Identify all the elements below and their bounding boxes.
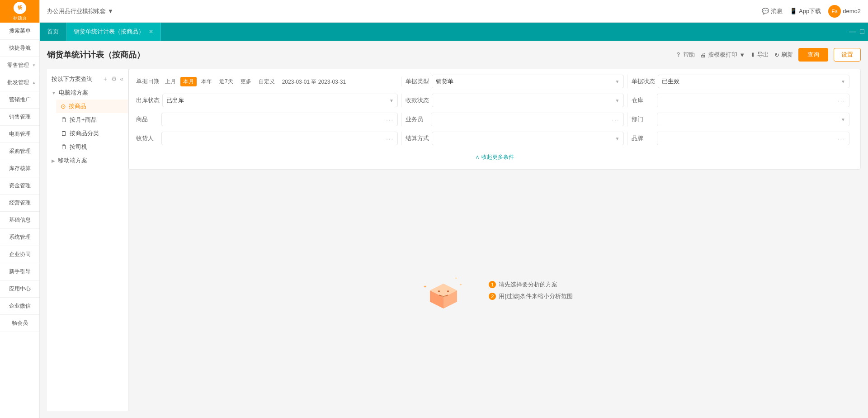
page-title: 销货单统计计表（按商品）	[47, 49, 145, 60]
tab-home[interactable]: 首页	[40, 23, 66, 41]
svg-text:✦: ✦	[423, 284, 427, 289]
doc-status-select[interactable]: 已生效 ▼	[658, 75, 850, 88]
goods-dots-icon[interactable]: ···	[386, 116, 394, 123]
tab-close-icon[interactable]: ✕	[149, 28, 153, 35]
date-tab-this-year[interactable]: 本年	[198, 77, 215, 86]
driver-icon: 🗒	[61, 143, 67, 151]
user-avatar-btn[interactable]: Ea demo2	[828, 5, 861, 18]
doc-type-dropdown-icon: ▼	[615, 79, 620, 84]
goods-label: 商品	[136, 115, 159, 124]
doc-type-select[interactable]: 销货单 ▼	[432, 75, 624, 88]
sidebar-item-system[interactable]: 系统管理	[0, 229, 39, 246]
date-tabs: 上月 本月 本年 近7天 更多 自定义	[162, 77, 278, 86]
tree-group-desktop[interactable]: ▼ 电脑端方案	[47, 86, 128, 100]
industry-dropdown[interactable]: 办公用品行业模拟账套 ▼	[47, 7, 113, 15]
warehouse-dots-icon[interactable]: ···	[838, 97, 845, 104]
dept-select[interactable]: ▼	[657, 113, 850, 126]
goods-select[interactable]: ···	[161, 113, 398, 126]
salesman-dots-icon[interactable]: ···	[612, 116, 620, 123]
receiver-select[interactable]: ···	[161, 132, 398, 145]
filter-cell-out-status: 出库状态 已出库 ▼	[136, 94, 402, 107]
retail-triangle-icon: ▼	[32, 63, 36, 67]
tree-item-by-month-goods[interactable]: 🗒 按月+商品	[56, 113, 128, 127]
receiver-dots-icon[interactable]: ···	[386, 135, 394, 142]
collapse-panel-icon[interactable]: «	[120, 75, 123, 83]
tree-group-mobile[interactable]: ▶ 移动端方案	[47, 154, 128, 167]
sidebar-item-search-menu[interactable]: 搜索菜单	[0, 23, 39, 40]
filter-cell-receiver: 收货人 ···	[136, 132, 402, 145]
sidebar-item-quick-nav[interactable]: 快捷导航	[0, 40, 39, 57]
salesman-select[interactable]: ···	[431, 113, 624, 126]
content-area: 销货单统计计表（按商品） ？ 帮助 🖨 按模板打印 ▼ ⬇ 导出 ↻ 刷新	[40, 41, 868, 418]
out-status-select[interactable]: 已出库 ▼	[162, 94, 398, 107]
filter-cell-brand: 品牌 ···	[628, 132, 854, 145]
out-status-label: 出库状态	[136, 96, 160, 104]
query-button[interactable]: 查询	[798, 48, 828, 62]
empty-illustration: ✦ ✦ ✦	[416, 268, 471, 313]
date-tab-this-month[interactable]: 本月	[180, 77, 197, 86]
help-btn[interactable]: ？ 帮助	[675, 51, 695, 59]
sidebar-item-appstore[interactable]: 应用中心	[0, 280, 39, 298]
title-actions: ？ 帮助 🖨 按模板打印 ▼ ⬇ 导出 ↻ 刷新 查询 设置	[675, 48, 861, 62]
filter-cell-collect-status: 收款状态 ▼	[402, 94, 628, 107]
sidebar: 畅 标题页 搜索菜单 快捷导航 零售管理 ▼ 批发管理 ▲ 营销推广 销售管理 …	[0, 0, 40, 418]
sidebar-item-basic[interactable]: 基础信息	[0, 212, 39, 229]
sidebar-item-wechat[interactable]: 企业微信	[0, 298, 39, 315]
tab-sales-stats[interactable]: 销货单统计计表（按商品） ✕	[66, 23, 161, 41]
sidebar-item-purchase[interactable]: 采购管理	[0, 143, 39, 160]
sidebar-item-wholesale[interactable]: 批发管理 ▲	[0, 74, 39, 91]
filter-row-1: 单据日期 上月 本月 本年 近7天 更多 自定义 2023-03-01 至 20…	[136, 75, 853, 88]
main-wrapper: 按以下方案查询 ＋ ⚙ « ▼ 电脑端方案 ⊙ 按商品	[47, 69, 861, 411]
collapse-conditions-btn[interactable]: ∧ 收起更多条件	[136, 151, 853, 164]
tree-item-by-driver[interactable]: 🗒 按司机	[56, 140, 128, 154]
tree-item-by-goods-cat[interactable]: 🗒 按商品分类	[56, 127, 128, 140]
tab-minimize-btn[interactable]: —	[849, 28, 856, 36]
filter-row-3: 商品 ··· 业务员 ···	[136, 113, 853, 126]
date-tab-last-month[interactable]: 上月	[162, 77, 179, 86]
brand-dots-icon[interactable]: ···	[838, 135, 845, 142]
tab-maximize-btn[interactable]: □	[860, 28, 864, 36]
collect-status-select[interactable]: ▼	[432, 94, 624, 107]
sidebar-item-enterprise[interactable]: 企业协同	[0, 246, 39, 263]
logo-char: 畅	[18, 5, 22, 11]
brand-select[interactable]: ···	[657, 132, 850, 145]
goods-cat-icon: 🗒	[61, 130, 67, 137]
avatar: Ea	[828, 5, 841, 18]
app-download-btn[interactable]: 📱 App下载	[790, 7, 821, 15]
sidebar-item-marketing[interactable]: 营销推广	[0, 91, 39, 109]
empty-tips: 1 请先选择要分析的方案 2 用[过滤]条件来缩小分析范围	[489, 279, 572, 302]
setting-button[interactable]: 设置	[834, 48, 861, 62]
doc-type-value: 销货单	[436, 77, 615, 86]
empty-content: ✦ ✦ ✦ 1 请先选择要分析的方案 2 用[过	[416, 268, 572, 313]
sidebar-item-inventory[interactable]: 库存核算	[0, 160, 39, 177]
date-tab-more[interactable]: 更多	[238, 77, 254, 86]
message-btn[interactable]: 💬 消息	[762, 7, 783, 15]
tab-bar-actions: — □	[845, 23, 868, 41]
warehouse-select[interactable]: ···	[657, 94, 850, 107]
sidebar-nav: 搜索菜单 快捷导航 零售管理 ▼ 批发管理 ▲ 营销推广 销售管理 电商管理 采…	[0, 23, 39, 418]
filter-row-2: 出库状态 已出库 ▼ 收款状态 ▼	[136, 94, 853, 107]
add-scheme-icon[interactable]: ＋	[102, 75, 108, 83]
print-btn[interactable]: 🖨 按模板打印 ▼	[700, 51, 745, 59]
sidebar-item-operation[interactable]: 经营管理	[0, 195, 39, 212]
filter-row-4: 收货人 ··· 结算方式 ▼	[136, 132, 853, 145]
month-goods-icon: 🗒	[61, 116, 67, 124]
settings-scheme-icon[interactable]: ⚙	[111, 75, 117, 83]
salesman-label: 业务员	[406, 115, 428, 124]
export-btn[interactable]: ⬇ 导出	[750, 51, 769, 59]
date-tab-7days[interactable]: 近7天	[217, 77, 236, 86]
sidebar-item-retail[interactable]: 零售管理 ▼	[0, 57, 39, 74]
sidebar-item-finance[interactable]: 资金管理	[0, 177, 39, 195]
sidebar-item-guide[interactable]: 新手引导	[0, 263, 39, 280]
sidebar-item-sales[interactable]: 销售管理	[0, 109, 39, 126]
filter-cell-dept: 部门 ▼	[628, 113, 854, 126]
doc-status-label: 单据状态	[632, 77, 655, 86]
svg-point-4	[438, 290, 440, 292]
sidebar-item-ecommerce[interactable]: 电商管理	[0, 126, 39, 143]
settle-select[interactable]: ▼	[432, 132, 624, 145]
date-tab-custom[interactable]: 自定义	[256, 77, 278, 86]
tree-item-by-goods[interactable]: ⊙ 按商品	[56, 100, 128, 113]
refresh-btn[interactable]: ↻ 刷新	[774, 51, 793, 59]
sidebar-item-member[interactable]: 畅会员	[0, 315, 39, 332]
collect-status-dropdown-icon: ▼	[615, 98, 620, 103]
